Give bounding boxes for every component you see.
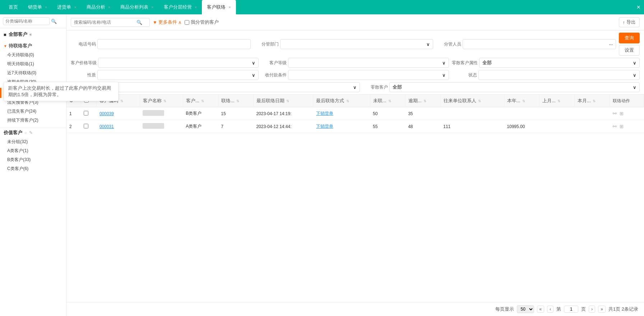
per-page-select[interactable]: 50 <box>517 305 534 313</box>
pending-contact-group: ▼ 待联络客户 今天待联络(0) 明天待联络(1) 近7天待联络(0) 逾期未联… <box>0 41 66 86</box>
close-customer-contact-tab[interactable]: × <box>228 0 231 14</box>
next-page-btn[interactable]: › <box>589 306 595 313</box>
sidebar-collapse-btn[interactable]: « <box>29 32 32 37</box>
close-product-analysis-tab[interactable]: × <box>108 0 110 14</box>
row1-link-icon[interactable]: ⚯ <box>613 111 617 116</box>
filter-dept: 分管部门 ∨ <box>254 39 434 49</box>
col-customer-name: 客户名称 ⇅ <box>140 95 183 107</box>
row1-select-checkbox[interactable] <box>84 111 88 115</box>
filter-row-2: 客户价格等级 ∨ 客户等级 ∨ 零散客户属性 全部∨ <box>71 58 640 68</box>
sort-overdue-icon[interactable]: ⇅ <box>423 99 426 103</box>
status-select[interactable]: ∨ <box>478 70 640 80</box>
sort-last-contact-method-icon[interactable]: ⇅ <box>346 99 349 103</box>
row1-name[interactable] <box>140 107 183 120</box>
row2-select-checkbox[interactable] <box>84 124 88 128</box>
my-customers-checkbox[interactable] <box>185 20 189 25</box>
col-this-year: 本年... ⇅ <box>504 95 539 107</box>
close-customer-tier-tab[interactable]: × <box>195 0 197 14</box>
row1-grid-icon[interactable]: ⊞ <box>620 111 624 116</box>
close-product-analysis-list-tab[interactable]: × <box>151 0 153 14</box>
sort-last-month-icon[interactable]: ⇅ <box>557 99 560 103</box>
row1-contact-count: 15 <box>218 107 253 120</box>
close-purchase-tab[interactable]: × <box>74 0 76 14</box>
nature-select[interactable]: ∨ <box>97 70 259 80</box>
pagination-footer: 每页显示 50 « ‹ 第 页 › » 共1页 2条记录 <box>66 302 644 316</box>
week-contact-item[interactable]: 近7天待联络(0) <box>0 69 66 77</box>
customer-type-select[interactable]: ∨ <box>110 82 360 92</box>
nav-purchase[interactable]: 进货单 × <box>52 0 81 14</box>
total-records-label: 共1页 2条记录 <box>608 306 638 312</box>
c-class-item[interactable]: C类客户(6) <box>0 164 66 173</box>
table-header-row: ⚙ 客户编码 ⇅ 客户名称 ⇅ 客户... ⇅ <box>66 95 644 107</box>
sidebar-search-input[interactable] <box>3 17 50 25</box>
payment-select[interactable]: ∨ <box>288 70 449 80</box>
phone-input[interactable] <box>97 39 251 49</box>
search-input[interactable] <box>74 20 135 25</box>
declining-item[interactable]: 持续下滑客户(2) <box>0 116 66 125</box>
row2-code[interactable]: 000031 <box>97 120 140 133</box>
sort-contacts-icon[interactable]: ⇅ <box>478 99 481 103</box>
row2-link-icon[interactable]: ⚯ <box>613 124 617 129</box>
price-level-select[interactable]: ∨ <box>98 58 259 68</box>
ungroup-item[interactable]: 未分组(32) <box>0 137 66 146</box>
value-group-edit-icon[interactable]: ✎ <box>29 130 33 135</box>
nav-customer-contact[interactable]: 客户联络 × <box>202 0 236 14</box>
reset-button[interactable]: 设置 <box>619 45 640 56</box>
nav-customer-tier[interactable]: 客户分层经营 × <box>159 0 202 14</box>
row2-grid-icon[interactable]: ⊞ <box>620 124 624 129</box>
sort-uncontacted-icon[interactable]: ⇅ <box>388 99 391 103</box>
tomorrow-contact-item[interactable]: 明天待联络(1) <box>0 60 66 69</box>
row2-checkbox[interactable] <box>81 120 97 133</box>
sort-contact-count-icon[interactable]: ⇅ <box>236 99 239 103</box>
export-button[interactable]: ↑ 导出 <box>619 17 640 27</box>
sidebar-search-area: 🔍 <box>0 14 66 28</box>
row2-last-method[interactable]: 下销货单 <box>313 120 370 133</box>
close-all-button[interactable]: × <box>636 4 640 11</box>
sort-customer-name-icon[interactable]: ⇅ <box>163 99 166 103</box>
sidebar-search-icon[interactable]: 🔍 <box>51 19 57 24</box>
customer-level-select[interactable]: ∨ <box>288 58 449 68</box>
row1-overdue: 35 <box>405 107 440 120</box>
row1-checkbox[interactable] <box>81 107 97 120</box>
nav-sales[interactable]: 销货单 × <box>23 0 52 14</box>
today-contact-item[interactable]: 今天待联络(0) <box>0 51 66 60</box>
col-last-contact-method: 最后联络方式 ⇅ <box>313 95 370 107</box>
search-wrap: 🔍 <box>71 18 150 27</box>
sort-this-year-icon[interactable]: ⇅ <box>522 99 525 103</box>
person-select[interactable]: ··· <box>463 39 616 49</box>
filter-phone: 电话号码 <box>71 39 251 49</box>
nav-home[interactable]: 首页 <box>4 0 23 14</box>
first-page-btn[interactable]: « <box>537 306 545 313</box>
table-row: 1 000039 B类客户 15 2023-04-17 14:19: 下销货单 … <box>66 107 644 120</box>
sort-this-month-icon[interactable]: ⇅ <box>593 99 596 103</box>
row2-name[interactable] <box>140 120 183 133</box>
all-customers-title[interactable]: ■ 全部客户 « <box>0 28 66 41</box>
sort-customer-type-icon[interactable]: ⇅ <box>201 99 204 103</box>
sort-customer-code-icon[interactable]: ⇅ <box>120 99 123 103</box>
prev-page-btn[interactable]: ‹ <box>547 306 553 313</box>
row1-code[interactable]: 000039 <box>97 107 140 120</box>
col-actions: 联络动作 <box>610 95 644 107</box>
scatter-customer-select[interactable]: 全部∨ <box>389 82 640 92</box>
dept-select[interactable]: ∨ <box>280 39 434 49</box>
pending-contact-title[interactable]: ▼ 待联络客户 <box>0 41 66 51</box>
search-icon[interactable]: 🔍 <box>136 20 142 25</box>
toolbar: 🔍 ▼ 更多条件 ∧ 我分管的客户 ↑ 导出 <box>66 14 644 30</box>
row1-last-date: 2023-04-17 14:19: <box>253 107 313 120</box>
scatter-attr-select[interactable]: 全部∨ <box>479 58 640 68</box>
b-class-item[interactable]: B类客户(33) <box>0 155 66 164</box>
close-sales-tab[interactable]: × <box>45 0 47 14</box>
a-class-item[interactable]: A类客户(1) <box>0 146 66 155</box>
anomaly-tooltip: 距客户上次交易时长，超过了此客户的平均交易周期的1.5倍，则视为异常。 <box>4 82 119 101</box>
row1-last-method[interactable]: 下销货单 <box>313 107 370 120</box>
nav-product-analysis-list[interactable]: 商品分析列表 × <box>115 0 158 14</box>
churned-item[interactable]: 已流失客户(24) <box>0 107 66 116</box>
more-conditions-btn[interactable]: ▼ 更多条件 ∧ <box>153 19 182 25</box>
nav-product-analysis[interactable]: 商品分析 × <box>82 0 115 14</box>
current-page-input[interactable] <box>564 306 578 313</box>
query-button[interactable]: 查询 <box>619 33 640 43</box>
row2-last-month <box>539 120 574 133</box>
last-page-btn[interactable]: » <box>598 306 606 313</box>
page-unit-label: 页 <box>581 306 586 312</box>
sort-last-contact-date-icon[interactable]: ⇅ <box>286 99 289 103</box>
